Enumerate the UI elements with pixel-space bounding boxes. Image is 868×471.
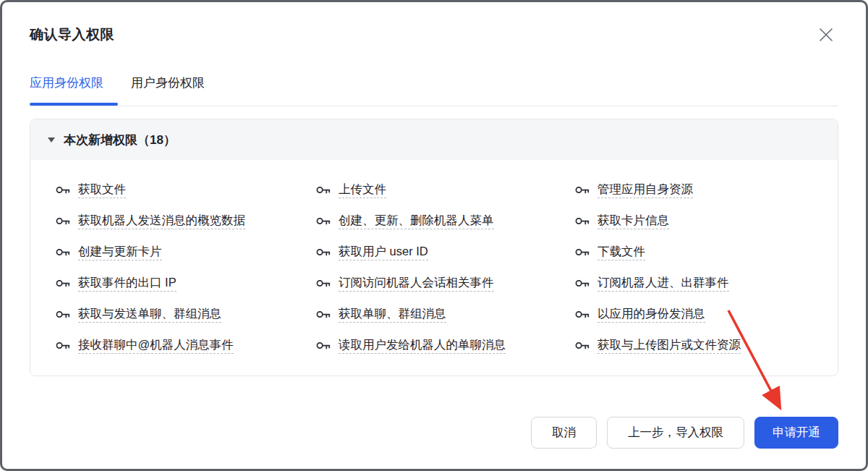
permission-item[interactable]: 获取与上传图片或文件资源 xyxy=(574,330,835,361)
permission-label: 获取卡片信息 xyxy=(597,213,669,230)
permission-item[interactable]: 创建与更新卡片 xyxy=(55,237,315,268)
permission-label: 接收群聊中@机器人消息事件 xyxy=(78,337,234,355)
caret-down-icon xyxy=(48,137,55,143)
key-icon xyxy=(55,213,70,229)
cancel-button[interactable]: 取消 xyxy=(531,417,597,449)
permissions-column: 获取文件 获取机器人发送消息的概览数据 创建与更新卡片 获取事件的出口 IP xyxy=(55,174,315,361)
permission-item[interactable]: 读取用户发给机器人的单聊消息 xyxy=(315,330,574,361)
permission-item[interactable]: 接收群聊中@机器人消息事件 xyxy=(55,330,315,361)
permission-label: 上传文件 xyxy=(339,182,386,199)
permission-label: 获取单聊、群组消息 xyxy=(339,306,446,323)
permission-item[interactable]: 获取卡片信息 xyxy=(574,205,835,237)
permission-item[interactable]: 订阅访问机器人会话相关事件 xyxy=(315,268,574,299)
key-icon xyxy=(574,245,590,260)
active-tab-indicator xyxy=(30,103,118,106)
key-icon xyxy=(55,338,70,353)
back-import-permissions-button[interactable]: 上一步，导入权限 xyxy=(607,417,744,449)
permissions-column: 管理应用自身资源 获取卡片信息 下载文件 订阅机器人进、出群事件 xyxy=(574,174,835,361)
permission-label: 获取机器人发送消息的概览数据 xyxy=(78,213,245,230)
permission-item[interactable]: 下载文件 xyxy=(574,237,835,268)
permission-label: 获取事件的出口 IP xyxy=(78,275,176,292)
key-icon xyxy=(55,307,70,322)
key-icon xyxy=(574,307,590,322)
permission-item[interactable]: 管理应用自身资源 xyxy=(574,174,835,205)
permission-label: 管理应用自身资源 xyxy=(597,182,693,199)
key-icon xyxy=(574,338,590,353)
permission-label: 获取与上传图片或文件资源 xyxy=(597,337,741,355)
permission-label: 获取文件 xyxy=(78,182,126,199)
permission-item[interactable]: 订阅机器人进、出群事件 xyxy=(574,268,835,299)
permissions-section-title: 本次新增权限（18） xyxy=(64,132,176,148)
key-icon xyxy=(315,213,331,229)
tab-app-identity-permissions[interactable]: 应用身份权限 xyxy=(30,75,103,104)
permission-item[interactable]: 上传文件 xyxy=(315,174,574,205)
permission-item[interactable]: 以应用的身份发消息 xyxy=(574,299,835,330)
key-icon xyxy=(574,182,590,198)
key-icon xyxy=(55,276,70,291)
permission-item[interactable]: 获取机器人发送消息的概览数据 xyxy=(55,205,315,237)
key-icon xyxy=(315,307,331,322)
key-icon xyxy=(315,182,331,198)
permission-label: 获取与发送单聊、群组消息 xyxy=(78,306,221,323)
permission-label: 获取用户 user ID xyxy=(339,244,428,261)
permission-label: 下载文件 xyxy=(597,244,645,261)
permissions-section-header[interactable]: 本次新增权限（18） xyxy=(30,119,838,160)
permissions-grid: 获取文件 获取机器人发送消息的概览数据 创建与更新卡片 获取事件的出口 IP xyxy=(30,160,838,361)
permission-label: 创建与更新卡片 xyxy=(78,244,162,261)
permission-item[interactable]: 获取事件的出口 IP xyxy=(55,268,315,299)
key-icon xyxy=(55,245,70,260)
permission-label: 订阅机器人进、出群事件 xyxy=(597,275,729,292)
permission-label: 订阅访问机器人会话相关事件 xyxy=(339,275,494,292)
permission-item[interactable]: 创建、更新、删除机器人菜单 xyxy=(315,205,574,237)
tab-bar: 应用身份权限 用户身份权限 xyxy=(30,75,205,104)
apply-activation-button[interactable]: 申请开通 xyxy=(754,417,838,449)
close-icon[interactable] xyxy=(815,24,837,46)
key-icon xyxy=(55,182,70,198)
permission-item[interactable]: 获取单聊、群组消息 xyxy=(315,299,574,330)
permission-item[interactable]: 获取文件 xyxy=(55,174,315,205)
tab-divider xyxy=(30,106,838,106)
permissions-panel: 本次新增权限（18） 获取文件 获取机器人发送消息的概览数据 创建与更新卡片 xyxy=(30,119,838,376)
key-icon xyxy=(315,245,331,260)
permission-item[interactable]: 获取用户 user ID xyxy=(315,237,574,268)
x-icon xyxy=(817,26,835,43)
permission-label: 以应用的身份发消息 xyxy=(597,306,705,323)
key-icon xyxy=(315,338,331,353)
permission-item[interactable]: 获取与发送单聊、群组消息 xyxy=(55,299,315,330)
permission-label: 创建、更新、删除机器人菜单 xyxy=(339,213,494,230)
key-icon xyxy=(574,213,590,229)
permissions-column: 上传文件 创建、更新、删除机器人菜单 获取用户 user ID 订阅访问机器人会… xyxy=(315,174,574,361)
tab-user-identity-permissions[interactable]: 用户身份权限 xyxy=(131,75,205,104)
permission-label: 读取用户发给机器人的单聊消息 xyxy=(339,337,506,355)
confirm-import-permissions-dialog: 确认导入权限 应用身份权限 用户身份权限 本次新增权限（18） 获取文件 xyxy=(0,0,868,471)
key-icon xyxy=(315,276,331,291)
key-icon xyxy=(574,276,590,291)
dialog-title: 确认导入权限 xyxy=(30,25,114,44)
dialog-footer: 取消 上一步，导入权限 申请开通 xyxy=(531,417,838,449)
